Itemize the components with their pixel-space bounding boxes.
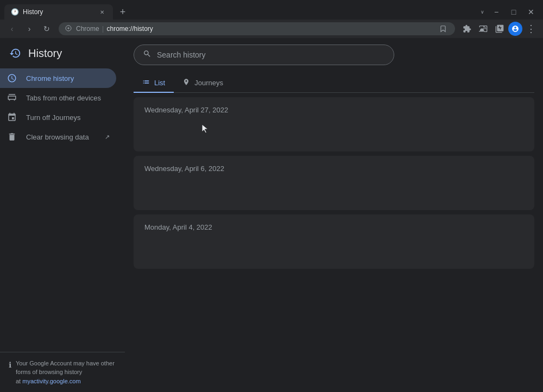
forward-button[interactable]: › [22,21,37,36]
history-date-april6: Wednesday, April 6, 2022 [144,165,523,173]
address-site: Chrome | chrome://history [76,25,433,33]
address-action-icons [438,23,449,34]
sidebar-item-turn-off-journeys[interactable]: Turn off Journeys [0,108,116,127]
new-tab-button[interactable]: + [115,4,130,20]
sidebar-item-chrome-history[interactable]: Chrome history [0,68,116,88]
minimize-button[interactable]: − [489,4,504,20]
turn-off-journeys-label: Turn off Journeys [26,113,80,122]
content-area: List Journeys Wednesday, April 27, 2022 … [125,38,543,392]
tab-title: History [23,8,93,16]
clear-browsing-data-label: Clear browsing data [26,133,89,141]
bookmark-button[interactable] [438,23,449,34]
history-section-april6: Wednesday, April 6, 2022 [134,156,534,210]
chrome-history-label: Chrome history [26,74,74,83]
tab-list[interactable]: List [134,74,174,93]
history-sections: Wednesday, April 27, 2022 Wednesday, Apr… [134,97,534,269]
history-date-april27: Wednesday, April 27, 2022 [144,106,523,114]
history-section-april4: Monday, April 4, 2022 [134,214,534,269]
toolbar-action-icons: ⋮ [459,21,539,36]
tab-close-button[interactable]: ✕ [98,8,106,16]
sidebar: History Chrome history Tabs fr [0,38,125,392]
search-bar-container [134,38,534,74]
maximize-button[interactable]: □ [506,4,521,20]
tabs-other-devices-icon [7,92,17,103]
extensions-button[interactable] [459,21,475,36]
history-date-april4: Monday, April 4, 2022 [144,223,523,231]
list-tab-icon [142,78,150,87]
sidebar-navigation: Chrome history Tabs from other devices [0,66,125,352]
address-bar[interactable]: Chrome | chrome://history [59,22,455,35]
myactivity-link[interactable]: myactivity.google.com [22,378,80,384]
tab-search-button[interactable] [492,21,507,36]
tab-bar: 🕐 History ✕ + ∨ − □ ✕ [0,0,543,20]
sidebar-header: History [0,38,125,66]
search-input[interactable] [157,50,385,59]
tab-journeys[interactable]: Journeys [174,74,232,93]
history-app-icon [9,47,22,60]
tabs-other-devices-label: Tabs from other devices [26,94,101,102]
close-window-button[interactable]: ✕ [523,4,539,20]
main-layout: History Chrome history Tabs fr [0,38,543,392]
turn-off-journeys-icon [7,112,17,123]
chrome-history-icon [7,73,17,84]
browser-chrome: 🕐 History ✕ + ∨ − □ ✕ ‹ › ↻ Chrome [0,0,543,38]
list-tab-label: List [154,79,165,87]
history-tab[interactable]: 🕐 History ✕ [4,4,113,20]
tab-favicon-icon: 🕐 [11,8,18,16]
history-section-april27: Wednesday, April 27, 2022 [134,97,534,151]
clear-browsing-data-icon [7,131,17,142]
address-favicon-icon [65,25,72,33]
chrome-menu-button[interactable]: ⋮ [523,21,539,36]
sidebar-item-clear-browsing-data[interactable]: Clear browsing data ↗ [0,127,116,147]
toolbar: ‹ › ↻ Chrome | chrome://history [0,20,543,38]
sidebar-item-tabs-other-devices[interactable]: Tabs from other devices [0,88,116,108]
tab-list-button[interactable]: ∨ [478,8,487,16]
journeys-tab-icon [182,78,190,87]
profile-button[interactable] [508,22,522,36]
journeys-tab-label: Journeys [194,79,223,87]
external-link-icon: ↗ [105,134,110,141]
sidebar-title: History [28,47,62,60]
search-bar[interactable] [134,45,394,65]
reload-button[interactable]: ↻ [39,21,54,36]
sidebar-footer-text: Your Google Account may have other forms… [16,359,116,386]
window-controls: ∨ − □ ✕ [478,4,543,20]
sidebar-footer: ℹ Your Google Account may have other for… [0,352,125,393]
back-button[interactable]: ‹ [4,21,20,36]
footer-info-icon: ℹ Your Google Account may have other for… [9,359,116,386]
content-tabs: List Journeys [134,74,534,93]
media-router-button[interactable] [476,21,491,36]
search-icon [143,49,151,60]
